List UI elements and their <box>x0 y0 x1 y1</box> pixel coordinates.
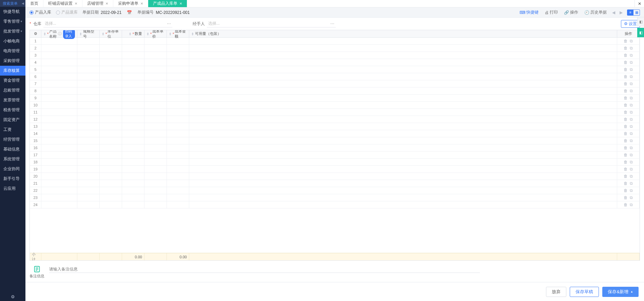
cell-unit[interactable] <box>100 45 122 52</box>
table-row[interactable]: 20🗑⧉ <box>30 173 640 180</box>
view-grid-button[interactable]: ▦ <box>633 10 640 15</box>
history-button[interactable]: 🕘 历史单据 <box>582 9 609 15</box>
cell-name[interactable] <box>41 173 77 180</box>
discard-button[interactable]: 放弃 <box>546 287 566 297</box>
copy-icon[interactable]: ⧉ <box>630 131 633 136</box>
table-row[interactable]: 9🗑⧉ <box>30 95 640 102</box>
cell-cost[interactable] <box>144 173 167 180</box>
delete-icon[interactable]: 🗑 <box>624 145 628 150</box>
delete-icon[interactable]: 🗑 <box>624 195 628 200</box>
cell-cost[interactable] <box>144 180 167 187</box>
save-new-button[interactable]: 保存&新增 ▲ <box>602 287 639 297</box>
col-spec[interactable]: ▲▼ 规格型号 <box>77 30 100 37</box>
cell-spec[interactable] <box>77 66 100 73</box>
cell-cost[interactable] <box>144 152 167 158</box>
cell-qty[interactable] <box>122 144 144 151</box>
copy-icon[interactable]: ⧉ <box>630 195 633 200</box>
sidebar-item-3[interactable]: 小畅电商 <box>0 36 25 46</box>
copy-icon[interactable]: ⧉ <box>630 160 633 164</box>
copy-icon[interactable]: ⧉ <box>630 124 633 129</box>
delete-icon[interactable]: 🗑 <box>624 60 628 65</box>
col-product-name[interactable]: ▲▼ * 产品名称 ⓘ 扫码录入 <box>41 30 77 37</box>
col-available[interactable]: ▲▼ 可用量（包装） <box>189 30 617 37</box>
sidebar-item-4[interactable]: 电商管理 <box>0 46 25 56</box>
cell-qty[interactable] <box>122 52 144 59</box>
delete-icon[interactable]: 🗑 <box>624 167 628 172</box>
cell-available[interactable] <box>189 45 617 52</box>
copy-icon[interactable]: ⧉ <box>630 60 633 65</box>
cell-amt[interactable] <box>167 187 189 194</box>
cell-amt[interactable] <box>167 109 189 116</box>
cell-amt[interactable] <box>167 173 189 180</box>
table-row[interactable]: 15🗑⧉ <box>30 137 640 144</box>
col-gear[interactable]: ⚙ <box>30 30 41 37</box>
cell-amt[interactable] <box>167 87 189 94</box>
cell-spec[interactable] <box>77 173 100 180</box>
cell-amt[interactable] <box>167 123 189 130</box>
tab-2[interactable]: 店铺管理✕ <box>82 0 113 7</box>
table-row[interactable]: 10🗑⧉ <box>30 102 640 109</box>
cell-available[interactable] <box>189 109 617 116</box>
warehouse-input[interactable]: 选择... ⋯ <box>43 20 172 27</box>
table-row[interactable]: 19🗑⧉ <box>30 166 640 173</box>
sidebar-item-7[interactable]: 资金管理 <box>0 76 25 85</box>
cell-unit[interactable] <box>100 173 122 180</box>
cell-amt[interactable] <box>167 66 189 73</box>
cell-cost[interactable] <box>144 116 167 123</box>
prev-doc-button[interactable]: ◀ <box>611 10 616 15</box>
cell-cost[interactable] <box>144 166 167 173</box>
copy-icon[interactable]: ⧉ <box>630 174 633 179</box>
cell-name[interactable] <box>41 116 77 123</box>
cell-unit[interactable] <box>100 152 122 158</box>
delete-icon[interactable]: 🗑 <box>624 188 628 193</box>
delete-icon[interactable]: 🗑 <box>624 96 628 100</box>
cell-spec[interactable] <box>77 102 100 108</box>
table-row[interactable]: 14🗑⧉ <box>30 130 640 137</box>
cell-available[interactable] <box>189 201 617 208</box>
table-row[interactable]: 6🗑⧉ <box>30 73 640 80</box>
cell-available[interactable] <box>189 152 617 158</box>
tab-4[interactable]: 产成品入库单✕ <box>148 0 187 7</box>
cell-unit[interactable] <box>100 52 122 59</box>
cell-qty[interactable] <box>122 38 144 44</box>
sidebar-item-2[interactable]: 批发管理▼ <box>0 26 25 36</box>
copy-icon[interactable]: ⧉ <box>630 202 633 207</box>
remark-input[interactable] <box>49 265 480 273</box>
delete-icon[interactable]: 🗑 <box>624 153 628 157</box>
delete-icon[interactable]: 🗑 <box>624 138 628 143</box>
delete-icon[interactable]: 🗑 <box>624 74 628 79</box>
table-row[interactable]: 3🗑⧉ <box>30 52 640 59</box>
cell-unit[interactable] <box>100 194 122 201</box>
cell-spec[interactable] <box>77 80 100 87</box>
cell-unit[interactable] <box>100 116 122 123</box>
cell-name[interactable] <box>41 166 77 173</box>
cell-available[interactable] <box>189 123 617 130</box>
cell-qty[interactable] <box>122 73 144 80</box>
cell-unit[interactable] <box>100 73 122 80</box>
cell-qty[interactable] <box>122 87 144 94</box>
collapse-icon[interactable]: ◀ <box>22 2 24 5</box>
delete-icon[interactable]: 🗑 <box>624 81 628 86</box>
copy-icon[interactable]: ⧉ <box>630 96 633 100</box>
cell-unit[interactable] <box>100 66 122 73</box>
table-row[interactable]: 22🗑⧉ <box>30 187 640 194</box>
sidebar-item-5[interactable]: 采购管理 <box>0 56 25 66</box>
table-row[interactable]: 21🗑⧉ <box>30 180 640 187</box>
cell-name[interactable] <box>41 95 77 101</box>
delete-icon[interactable]: 🗑 <box>624 110 628 115</box>
cell-amt[interactable] <box>167 144 189 151</box>
table-row[interactable]: 4🗑⧉ <box>30 59 640 66</box>
cell-unit[interactable] <box>100 201 122 208</box>
copy-icon[interactable]: ⧉ <box>630 117 633 122</box>
sidebar-item-0[interactable]: 快捷导航 <box>0 7 25 17</box>
cell-available[interactable] <box>189 38 617 44</box>
sidebar-search[interactable]: 搜索菜单 ◀ <box>0 0 25 7</box>
close-all-tabs[interactable]: ✕ <box>635 0 644 7</box>
cell-name[interactable] <box>41 123 77 130</box>
cell-name[interactable] <box>41 187 77 194</box>
cell-qty[interactable] <box>122 109 144 116</box>
cell-amt[interactable] <box>167 159 189 165</box>
cell-qty[interactable] <box>122 194 144 201</box>
ops-button[interactable]: 🔗 操作 <box>562 9 580 15</box>
tab-0[interactable]: 首页 <box>25 0 43 7</box>
